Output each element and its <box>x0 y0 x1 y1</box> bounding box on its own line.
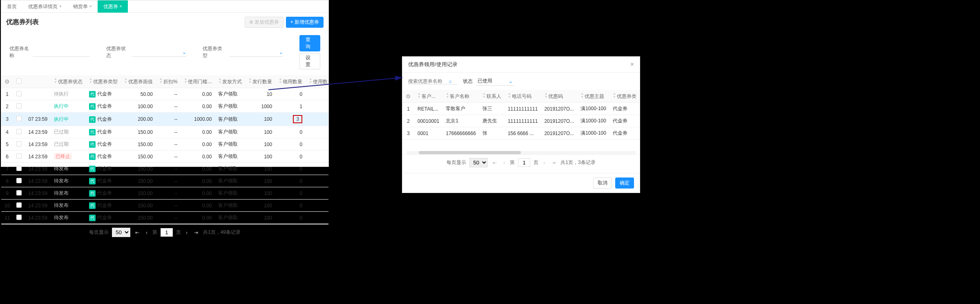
close-icon[interactable]: × <box>120 0 122 13</box>
scrollbar-thumb[interactable] <box>419 151 521 154</box>
add-coupon-button[interactable]: + 新增优惠券 <box>286 17 324 28</box>
sort-icon[interactable]: ▲▼ <box>482 92 486 99</box>
column-header[interactable]: ▲▼优惠券类 <box>609 90 640 103</box>
row-checkbox[interactable] <box>16 178 22 183</box>
settings-button[interactable]: 设置 <box>299 53 320 69</box>
prev-page-icon[interactable]: ‹ <box>144 230 149 235</box>
table-row[interactable]: 1 待执行 代代金券 50.00 -- 0.00 客户领取 10 0 0 ↗▦ <box>1 88 328 100</box>
table-row[interactable]: 2 00010001 北京1 唐先生 11111111111 20191207O… <box>402 115 640 127</box>
tab[interactable]: 销货单× <box>67 0 98 13</box>
first-page-icon[interactable]: ⇤ <box>134 230 141 235</box>
row-checkbox[interactable] <box>16 166 22 171</box>
per-page-select[interactable]: 50 <box>469 158 488 167</box>
tab[interactable]: 首页 <box>1 0 22 13</box>
row-checkbox[interactable] <box>16 141 22 146</box>
column-header[interactable]: ▲▼优惠主题 <box>577 90 609 103</box>
next-page-icon[interactable]: › <box>184 230 189 235</box>
tab[interactable]: 优惠券详情页× <box>22 0 67 13</box>
column-header[interactable]: ▲▼电话号码 <box>505 90 541 103</box>
close-icon[interactable]: × <box>59 0 62 13</box>
distribute-button[interactable]: ⊕发放优惠券 <box>245 17 284 28</box>
last-page-icon[interactable]: ⇥ <box>192 230 200 235</box>
table-row[interactable]: 6 14 23:59 已终止 代代金券 150.00 -- 0.00 客户领取 … <box>1 151 328 163</box>
gear-icon[interactable]: ⚙ <box>4 78 10 85</box>
claim-cell[interactable]: 0 <box>275 88 306 100</box>
filter-status-select[interactable]: ⌄ <box>132 48 186 57</box>
page-input[interactable] <box>161 228 173 237</box>
row-checkbox[interactable] <box>16 129 22 134</box>
column-header[interactable]: ⚙ <box>1 75 13 88</box>
filter-type-select[interactable]: ⌄ <box>229 48 283 57</box>
table-row[interactable]: 3 07 23:59 执行中 代代金券 200.00 -- 1000.00 客户… <box>1 113 328 126</box>
row-checkbox[interactable] <box>16 215 22 220</box>
cancel-button[interactable]: 取消 <box>593 178 612 189</box>
row-checkbox[interactable] <box>16 103 22 109</box>
search-icon[interactable]: ⌕ <box>449 78 452 84</box>
sort-icon[interactable]: ▲▼ <box>248 78 252 84</box>
sort-icon[interactable]: ▲▼ <box>279 78 282 84</box>
claim-cell[interactable]: 0 <box>275 138 306 151</box>
table-row[interactable]: 9 14 23:59 待发布 代代金券 150.00 -- 0.00 客户领取 … <box>1 187 328 200</box>
column-header[interactable]: ▲▼发放方式 <box>215 75 245 88</box>
column-header[interactable]: ▲▼联系人 <box>479 90 505 103</box>
column-header[interactable]: ▲▼客户名称 <box>442 90 479 103</box>
claim-cell[interactable]: 0 <box>275 151 306 163</box>
sort-icon[interactable]: ▲▼ <box>613 92 616 99</box>
row-checkbox[interactable] <box>16 190 22 195</box>
confirm-button[interactable]: 确定 <box>615 178 634 189</box>
select-all-checkbox[interactable] <box>16 78 22 84</box>
claim-cell[interactable]: 0 <box>275 175 306 187</box>
table-row[interactable]: 11 14 23:59 待发布 代代金券 150.00 -- 0.00 客户领取… <box>1 212 328 224</box>
next-page-icon[interactable]: › <box>542 160 547 166</box>
column-header[interactable]: ▲▼领用数量 <box>275 75 306 88</box>
column-header[interactable]: ⚙ <box>402 90 414 103</box>
sort-icon[interactable]: ▲▼ <box>184 78 187 84</box>
horizontal-scrollbar[interactable] <box>406 151 636 154</box>
table-row[interactable]: 3 0001 17666666666 张 156 6666 ... 201912… <box>402 127 640 140</box>
column-header[interactable]: ▲▼优惠码 <box>541 90 577 103</box>
claim-cell[interactable]: 0 <box>275 187 306 200</box>
sort-icon[interactable]: ▲▼ <box>446 92 449 99</box>
first-page-icon[interactable]: ⇤ <box>491 160 498 166</box>
column-header[interactable]: ▲▼优惠券类型 <box>86 75 121 88</box>
claim-cell[interactable]: 3 <box>275 113 306 126</box>
search-input[interactable] <box>408 78 449 84</box>
claim-cell[interactable]: 0 <box>275 163 306 175</box>
sort-icon[interactable]: ▲▼ <box>89 78 92 84</box>
filter-name-input[interactable] <box>33 48 90 57</box>
per-page-select[interactable]: 50 <box>112 228 130 237</box>
row-checkbox[interactable] <box>16 116 22 121</box>
claim-cell[interactable]: 0 <box>275 126 306 138</box>
page-input[interactable] <box>518 158 530 167</box>
claim-cell[interactable]: 0 <box>275 212 306 224</box>
claim-cell[interactable]: 0 <box>275 200 306 212</box>
column-header[interactable] <box>13 75 25 88</box>
tab[interactable]: 优惠券× <box>98 0 128 13</box>
highlighted-value[interactable]: 3 <box>293 115 302 123</box>
sort-icon[interactable]: ▲▼ <box>580 92 584 99</box>
status-filter-select[interactable]: 已使用 ⌄ <box>476 77 514 86</box>
claim-cell[interactable]: 1 <box>275 100 306 113</box>
last-page-icon[interactable]: ⇥ <box>550 160 557 166</box>
gear-icon[interactable]: ⚙ <box>406 93 411 100</box>
table-row[interactable]: 10 14 23:59 待发布 代代金券 150.00 -- 0.00 客户领取… <box>1 200 328 212</box>
prev-page-icon[interactable]: ‹ <box>502 160 507 166</box>
sort-icon[interactable]: ▲▼ <box>218 78 221 84</box>
row-checkbox[interactable] <box>16 91 22 96</box>
column-header[interactable]: ▲▼优惠券状态 <box>51 75 86 88</box>
sort-icon[interactable]: ▲▼ <box>417 92 421 99</box>
column-header[interactable]: ▲▼折扣% <box>156 75 181 88</box>
table-row[interactable]: 4 14 23:59 已过期 代代金券 150.00 -- 0.00 客户领取 … <box>1 126 328 138</box>
close-icon[interactable]: × <box>630 61 634 68</box>
sort-icon[interactable]: ▲▼ <box>159 78 163 84</box>
table-row[interactable]: 5 14 23:59 已过期 代代金券 150.00 -- 0.00 客户领取 … <box>1 138 328 151</box>
sort-icon[interactable]: ▲▼ <box>54 78 57 84</box>
column-header[interactable]: ▲▼优惠券面值 <box>121 75 156 88</box>
row-checkbox[interactable] <box>16 153 22 159</box>
column-header[interactable]: ▲▼发行数量 <box>245 75 275 88</box>
query-button[interactable]: 查询 <box>299 35 320 51</box>
column-header[interactable] <box>25 75 51 88</box>
column-header[interactable]: ▲▼使用数量 <box>306 75 328 88</box>
sort-icon[interactable]: ▲▼ <box>544 92 547 99</box>
table-row[interactable]: 8 14 23:59 待发布 代代金券 150.00 -- 0.00 客户领取 … <box>1 175 328 187</box>
